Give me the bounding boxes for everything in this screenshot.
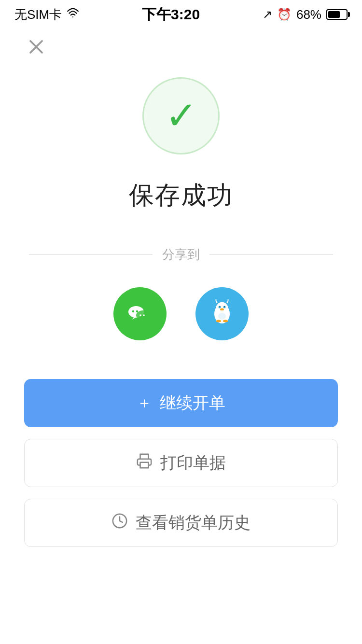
action-buttons: ＋ 继续开单 打印单据 查看销货单历史 [0,379,362,547]
svg-point-8 [143,314,145,316]
svg-point-19 [218,313,226,320]
svg-point-4 [136,310,150,320]
status-left: 无SIM卡 [14,6,79,23]
status-time: 下午3:20 [142,5,200,25]
carrier-text: 无SIM卡 [14,6,62,23]
print-icon [136,453,153,473]
plus-icon: ＋ [137,392,152,414]
svg-point-15 [220,307,221,308]
success-title: 保存成功 [129,179,233,212]
divider-right [209,254,333,255]
history-button[interactable]: 查看销货单历史 [24,499,338,547]
wechat-share-button[interactable] [113,287,167,340]
svg-rect-22 [140,462,149,468]
battery-pct: 68% [296,7,321,22]
close-button[interactable] [24,35,48,59]
battery-icon [326,9,348,20]
status-right: ↗ ⏰ 68% [263,7,348,22]
history-icon [111,513,128,533]
svg-point-5 [132,310,134,312]
svg-point-16 [224,307,225,308]
qq-share-button[interactable] [195,287,249,340]
main-content: ✓ 保存成功 分享到 [0,29,362,547]
qq-icon [207,298,237,329]
history-label: 查看销货单历史 [136,512,251,534]
location-icon: ↗ [263,8,272,21]
share-label: 分享到 [153,246,209,263]
print-button[interactable]: 打印单据 [24,439,338,487]
svg-point-0 [72,16,73,17]
checkmark-icon: ✓ [165,97,197,135]
share-divider: 分享到 [0,246,362,263]
print-label: 打印单据 [160,452,226,474]
continue-label: 继续开单 [160,392,225,414]
svg-point-17 [220,308,224,311]
wifi-icon [67,7,79,23]
svg-point-21 [223,320,228,322]
svg-point-20 [216,320,221,322]
success-circle: ✓ [142,77,220,154]
svg-point-7 [139,314,141,316]
wechat-icon [125,298,155,329]
alarm-icon: ⏰ [277,8,292,21]
continue-button[interactable]: ＋ 继续开单 [24,379,338,427]
svg-point-6 [136,310,138,312]
share-icons [113,287,249,340]
status-bar: 无SIM卡 下午3:20 ↗ ⏰ 68% [0,0,362,29]
divider-left [29,254,153,255]
